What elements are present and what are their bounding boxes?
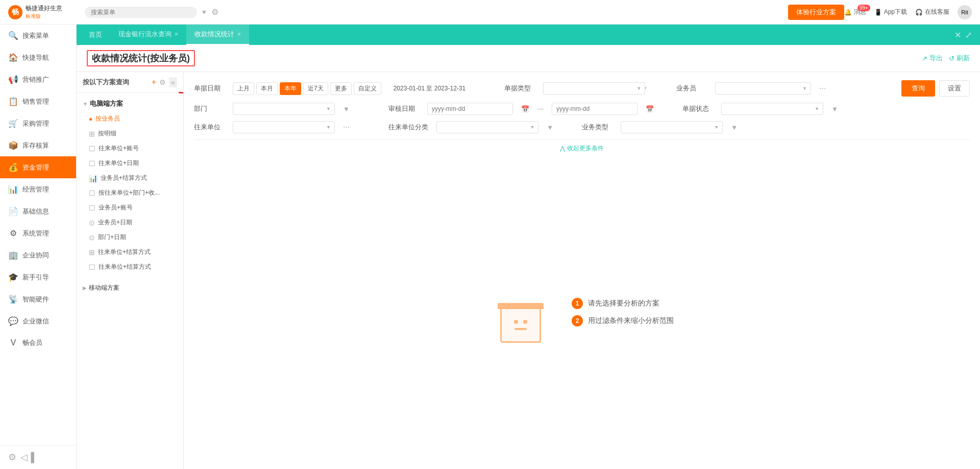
bell-icon: 🔔 (844, 9, 852, 16)
audit-date-label: 审核日期 (388, 104, 419, 113)
scheme-item-partner-settle2[interactable]: ☐ 往来单位+结算方式 (77, 260, 183, 274)
main-layout: 🔍 搜索菜单 🏠 快捷导航 📢 营销推广 📋 销售管理 🛒 采购管理 📦 库存核… (0, 25, 980, 469)
notification-button[interactable]: 🔔 消息 99+ (844, 8, 866, 16)
audit-date-to[interactable] (552, 103, 638, 115)
page-actions: ↗ 导出 ↺ 刷新 (922, 54, 970, 63)
scheme-item-label: 按业务员 (95, 114, 120, 123)
date-btn-this-month[interactable]: 本月 (256, 82, 278, 95)
sidebar: 🔍 搜索菜单 🏠 快捷导航 📢 营销推广 📋 销售管理 🛒 采购管理 📦 库存核… (0, 25, 77, 469)
tab-collection[interactable]: 收款情况统计 × (186, 25, 249, 45)
date-btn-this-year[interactable]: 本年 (280, 82, 301, 95)
scheme-item-label: 往来单位+日期 (99, 159, 139, 168)
partner-input[interactable] (233, 121, 335, 133)
tab-bank-flow-label: 现金银行流水查询 (118, 30, 172, 39)
sidebar-item-member[interactable]: V 畅会员 (0, 332, 76, 354)
step-2-label: 用过滤条件来缩小分析范围 (588, 316, 674, 325)
tab-close-bank-flow[interactable]: × (175, 31, 178, 38)
scheme-group-mobile: ▶ 移动端方案 (77, 277, 183, 298)
dropdown-arrow-icon[interactable]: ▼ (201, 9, 207, 16)
salesperson-more-icon[interactable]: ··· (819, 84, 826, 93)
sidebar-item-sales[interactable]: 📋 销售管理 (0, 90, 76, 112)
scheme-item-by-salesperson[interactable]: ● 按业务员 (77, 111, 183, 126)
online-service-button[interactable]: 🎧 在线客服 (915, 8, 949, 16)
scheme-item-salesperson-date[interactable]: ⊙ 业务员+日期 (77, 215, 183, 230)
sidebar-item-system[interactable]: ⚙ 系统管理 (0, 222, 76, 244)
scheme-panel: 按以下方案查询 + ⚙ « ▼ 电脑端方案 (77, 72, 184, 469)
doc-type-select[interactable] (543, 82, 645, 95)
scheme-item-partner-date[interactable]: ☐ 往来单位+日期 (77, 156, 183, 171)
sidebar-item-guide[interactable]: 🎓 新手引导 (0, 266, 76, 288)
audit-date-to-icon[interactable]: 📅 (646, 105, 654, 113)
tab-home[interactable]: 首页 (81, 25, 110, 45)
settings-footer-icon[interactable]: ⚙ (8, 452, 16, 463)
sidebar-item-label: 资金管理 (22, 163, 49, 172)
empty-step-1: 1 请先选择要分析的方案 (572, 298, 674, 309)
scheme-item-partner-settle1[interactable]: ⊞ 往来单位+结算方式 (77, 245, 183, 260)
audit-date-from[interactable] (427, 103, 513, 115)
date-btn-custom[interactable]: 自定义 (354, 82, 381, 95)
partner-category-input[interactable] (436, 121, 538, 133)
desktop-group-label: 电脑端方案 (90, 99, 123, 108)
scheme-group-desktop-title[interactable]: ▼ 电脑端方案 (77, 96, 183, 111)
scheme-item-label: 业务员+账号 (99, 203, 133, 212)
scheme-item-salesperson-account[interactable]: ☐ 业务员+账号 (77, 200, 183, 215)
sales-icon: 📋 (8, 97, 18, 106)
sidebar-item-inventory[interactable]: 📦 库存核算 (0, 134, 76, 156)
page-area: 收款情况统计(按业务员) ↗ 导出 ↺ 刷新 按以下 (77, 45, 980, 469)
iot-icon: 📡 (8, 294, 18, 304)
scheme-item-dept-date[interactable]: ⊙ 部门+日期 (77, 230, 183, 245)
query-button[interactable]: 查询 (901, 80, 935, 97)
sidebar-item-wechat[interactable]: 💬 企业微信 (0, 310, 76, 332)
sidebar-item-operations[interactable]: 📊 经营管理 (0, 178, 76, 200)
doc-status-input[interactable] (721, 103, 823, 115)
sidebar-item-iot[interactable]: 📡 智能硬件 (0, 288, 76, 310)
close-all-icon[interactable]: ✕ (954, 30, 961, 40)
export-button[interactable]: ↗ 导出 (922, 54, 943, 63)
tab-close-collection[interactable]: × (237, 31, 241, 38)
scheme-item-partner-dept[interactable]: ☐ 按往来单位+部门+收... (77, 185, 183, 200)
sidebar-item-basic-info[interactable]: 📄 基础信息 (0, 200, 76, 222)
sidebar-item-marketing[interactable]: 📢 营销推广 (0, 68, 76, 90)
collapse-sidebar-icon[interactable]: ◁▐ (20, 452, 34, 463)
tab-bank-flow[interactable]: 现金银行流水查询 × (110, 25, 186, 45)
filter-row-date: 单据日期 上月 本月 本年 近7天 更多 自定义 2023-01-01 至 (194, 80, 970, 97)
dept-input[interactable] (233, 103, 335, 115)
tab-bar: 首页 现金银行流水查询 × 收款情况统计 × ✕ ⤢ (77, 25, 980, 45)
date-btn-last-month[interactable]: 上月 (233, 82, 254, 95)
sidebar-item-finance[interactable]: 💰 资金管理 (0, 156, 76, 178)
scheme-group-mobile-title[interactable]: ▶ 移动端方案 (77, 280, 183, 295)
scheme-item-partner-account[interactable]: ☐ 往来单位+账号 (77, 141, 183, 156)
sidebar-item-label: 搜索菜单 (22, 31, 49, 40)
trial-button[interactable]: 体验行业方案 (788, 5, 844, 20)
add-scheme-button[interactable]: + (152, 78, 156, 87)
date-btn-more[interactable]: 更多 (330, 82, 352, 95)
scheme-settings-icon[interactable]: ⚙ (159, 78, 166, 86)
partner-more-icon[interactable]: ··· (343, 123, 350, 132)
audit-date-from-icon[interactable]: 📅 (521, 105, 529, 113)
sidebar-item-quick-nav[interactable]: 🏠 快捷导航 (0, 46, 76, 68)
sidebar-item-purchase[interactable]: 🛒 采购管理 (0, 112, 76, 134)
app-download-button[interactable]: 📱 App下载 (874, 8, 907, 16)
refresh-button[interactable]: ↺ 刷新 (949, 54, 970, 63)
search-input[interactable] (85, 7, 197, 18)
date-btn-7days[interactable]: 近7天 (303, 82, 328, 95)
logo-area: 畅 畅捷通好生意 标准版 (8, 4, 85, 20)
scheme-item-by-detail[interactable]: ⊞ 按明细 (77, 126, 183, 141)
scheme-item-salesperson-settle[interactable]: 📊 业务员+结算方式 (77, 171, 183, 185)
business-type-input[interactable] (621, 121, 723, 133)
setting-button[interactable]: 设置 (939, 80, 970, 97)
export-icon: ↗ (922, 55, 927, 62)
sidebar-item-search-menu[interactable]: 🔍 搜索菜单 (0, 25, 76, 46)
filter-collapse-button[interactable]: ⋀ 收起更多条件 (194, 139, 970, 157)
scheme-item-label: 往来单位+结算方式 (99, 263, 151, 271)
collapse-scheme-icon[interactable]: « (169, 77, 177, 87)
finance-icon: 💰 (8, 162, 18, 172)
salesperson-input[interactable] (715, 82, 811, 95)
doc-status-dropdown-icon: ▼ (831, 105, 838, 113)
user-avatar[interactable]: Rit (958, 5, 972, 19)
settings-icon[interactable]: ⚙ (211, 7, 218, 17)
sidebar-item-enterprise[interactable]: 🏢 企业协同 (0, 244, 76, 266)
page-title-bar: 收款情况统计(按业务员) ↗ 导出 ↺ 刷新 (77, 45, 980, 72)
maximize-icon[interactable]: ⤢ (965, 30, 972, 40)
doc-type-label: 单据类型 (504, 84, 535, 93)
